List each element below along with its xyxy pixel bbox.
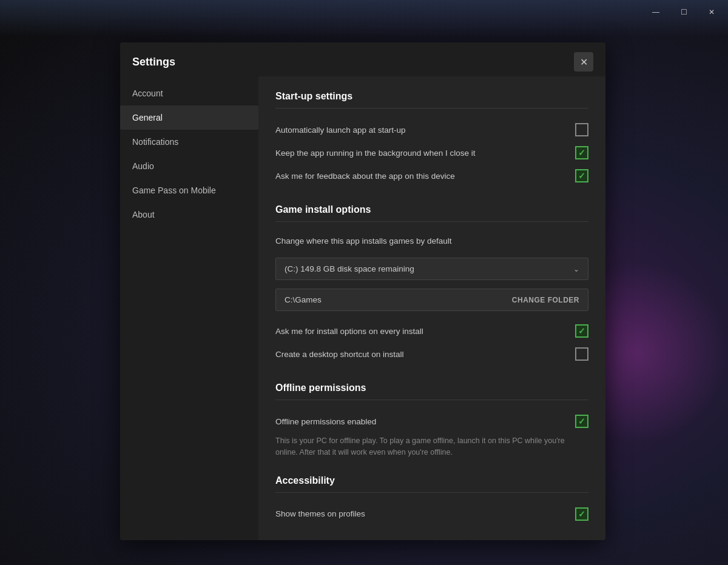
- dialog-close-button[interactable]: ✕: [574, 52, 593, 72]
- install-section-title: Game install options: [275, 204, 588, 215]
- feedback-checkbox[interactable]: [575, 169, 588, 182]
- feedback-row: Ask me for feedback about the app on thi…: [275, 164, 588, 187]
- keep-running-checkbox[interactable]: [575, 146, 588, 159]
- folder-row: C:\Games CHANGE FOLDER: [275, 289, 588, 311]
- desktop-shortcut-label: Create a desktop shortcut on install: [275, 350, 575, 359]
- accessibility-section-title: Accessibility: [275, 475, 588, 486]
- sidebar: Account General Notifications Audio Game…: [120, 76, 258, 540]
- desktop-shortcut-row: Create a desktop shortcut on install: [275, 343, 588, 366]
- show-themes-row: Show themes on profiles: [275, 503, 588, 526]
- install-options-row: Ask me for install options on every inst…: [275, 319, 588, 343]
- startup-divider: [275, 108, 588, 109]
- auto-launch-row: Automatically launch app at start-up: [275, 118, 588, 141]
- sidebar-item-about[interactable]: About: [120, 202, 258, 227]
- offline-description: This is your PC for offline play. To pla…: [275, 435, 588, 458]
- offline-section-title: Offline permissions: [275, 383, 588, 393]
- startup-section-title: Start-up settings: [275, 91, 588, 102]
- install-location-desc: Change where this app installs games by …: [275, 236, 588, 246]
- change-folder-button[interactable]: CHANGE FOLDER: [512, 296, 579, 304]
- disk-dropdown[interactable]: (C:) 149.8 GB disk space remaining ⌄: [275, 258, 588, 280]
- install-divider: [275, 221, 588, 222]
- keep-running-label: Keep the app running in the background w…: [275, 149, 575, 158]
- offline-enabled-label: Offline permissions enabled: [275, 417, 575, 426]
- dialog-body: Account General Notifications Audio Game…: [120, 76, 605, 540]
- sidebar-item-audio[interactable]: Audio: [120, 154, 258, 178]
- install-options-label: Ask me for install options on every inst…: [275, 327, 575, 336]
- offline-enabled-row: Offline permissions enabled: [275, 410, 588, 433]
- folder-path: C:\Games: [285, 295, 322, 304]
- dialog-title: Settings: [132, 56, 175, 69]
- show-themes-checkbox[interactable]: [575, 507, 588, 521]
- auto-launch-checkbox[interactable]: [575, 123, 588, 136]
- sidebar-item-notifications[interactable]: Notifications: [120, 130, 258, 154]
- sidebar-item-game-pass-mobile[interactable]: Game Pass on Mobile: [120, 178, 258, 202]
- offline-divider: [275, 400, 588, 400]
- maximize-button[interactable]: ☐: [670, 2, 698, 22]
- desktop-shortcut-checkbox[interactable]: [575, 347, 588, 361]
- offline-enabled-checkbox[interactable]: [575, 415, 588, 428]
- install-options-checkbox[interactable]: [575, 324, 588, 338]
- keep-running-row: Keep the app running in the background w…: [275, 141, 588, 164]
- install-location-desc-row: Change where this app installs games by …: [275, 232, 588, 250]
- show-themes-label: Show themes on profiles: [275, 509, 575, 518]
- window-close-button[interactable]: ✕: [698, 2, 726, 22]
- content-area: Start-up settings Automatically launch a…: [258, 76, 605, 540]
- disk-dropdown-value: (C:) 149.8 GB disk space remaining: [285, 264, 414, 273]
- minimize-button[interactable]: —: [642, 2, 670, 22]
- auto-launch-label: Automatically launch app at start-up: [275, 125, 575, 135]
- feedback-label: Ask me for feedback about the app on thi…: [275, 172, 575, 181]
- chevron-down-icon: ⌄: [573, 265, 579, 273]
- titlebar: — ☐ ✕: [0, 0, 728, 24]
- dialog-header: Settings ✕: [120, 42, 605, 76]
- sidebar-item-general[interactable]: General: [120, 105, 258, 130]
- accessibility-divider: [275, 492, 588, 493]
- settings-dialog: Settings ✕ Account General Notifications…: [120, 42, 605, 540]
- sidebar-item-account[interactable]: Account: [120, 81, 258, 105]
